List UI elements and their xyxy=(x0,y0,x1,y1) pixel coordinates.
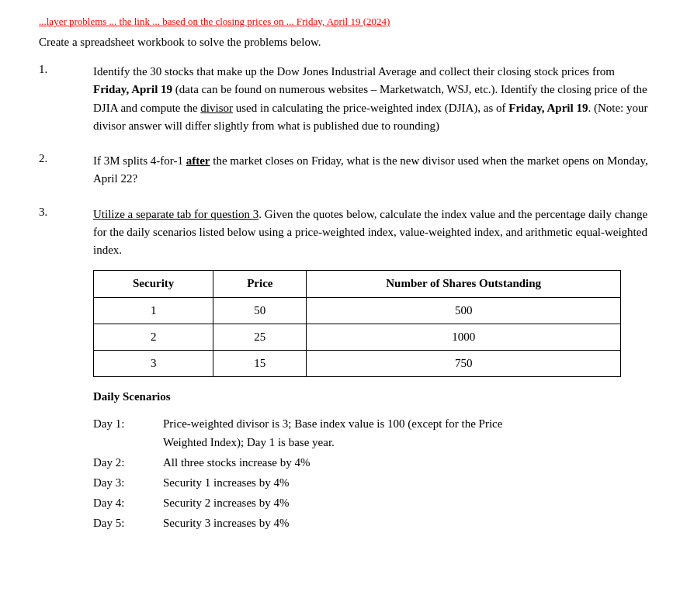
q3-table: Security Price Number of Shares Outstand… xyxy=(93,270,621,377)
day-3-desc: Security 1 increases by 4% xyxy=(163,473,648,492)
col-price: Price xyxy=(213,271,307,297)
cell-security-2: 2 xyxy=(94,324,213,350)
q1-bold-date2: Friday, April 19 xyxy=(508,102,588,114)
table-row: 1 50 500 xyxy=(94,297,621,324)
day-5-desc: Security 3 increases by 4% xyxy=(163,514,648,532)
cell-shares-2: 1000 xyxy=(307,324,621,350)
question-3-body: Utilize a separate tab for question 3. G… xyxy=(93,206,648,532)
day-4-desc: Security 2 increases by 4% xyxy=(163,493,648,512)
day-3-label: Day 3: xyxy=(93,473,163,492)
day-2-label: Day 2: xyxy=(93,453,163,472)
cell-security-1: 1 xyxy=(94,297,213,324)
question-2-body: If 3M splits 4-for-1 after the market cl… xyxy=(93,152,648,189)
daily-scenarios-section: Daily Scenarios Day 1: Price-weighted di… xyxy=(93,388,648,531)
cell-security-3: 3 xyxy=(94,351,213,377)
question-2: 2. If 3M splits 4-for-1 after the market… xyxy=(39,152,648,189)
question-1-number: 1. xyxy=(39,63,93,76)
q2-bold-after: after xyxy=(186,154,210,167)
top-link[interactable]: ...layer problems ... the link ... based… xyxy=(39,16,648,28)
q3-table-container: Security Price Number of Shares Outstand… xyxy=(93,270,648,377)
col-shares: Number of Shares Outstanding xyxy=(307,271,621,297)
table-row: 3 15 750 xyxy=(94,351,621,377)
day-1-label: Day 1: xyxy=(93,414,163,452)
day-1-desc: Price-weighted divisor is 3; Base index … xyxy=(163,414,648,452)
day-5-label: Day 5: xyxy=(93,514,163,532)
table-row: 2 25 1000 xyxy=(94,324,621,350)
day-4-label: Day 4: xyxy=(93,493,163,512)
cell-price-1: 50 xyxy=(213,297,307,324)
question-1: 1. Identify the 30 stocks that make up t… xyxy=(39,63,648,135)
day-2-desc: All three stocks increase by 4% xyxy=(163,453,648,472)
question-1-body: Identify the 30 stocks that make up the … xyxy=(93,63,648,135)
q1-bold-date1: Friday, April 19 xyxy=(93,83,172,95)
question-3: 3. Utilize a separate tab for question 3… xyxy=(39,206,648,532)
q1-underline-divisor: divisor xyxy=(200,102,233,114)
q3-underline-intro: Utilize a separate tab for question 3 xyxy=(93,208,258,220)
cell-price-3: 15 xyxy=(213,351,307,377)
col-security: Security xyxy=(94,271,213,297)
cell-shares-1: 500 xyxy=(307,297,621,324)
question-2-number: 2. xyxy=(39,152,93,165)
daily-scenarios-title: Daily Scenarios xyxy=(93,388,648,406)
question-3-number: 3. xyxy=(39,206,93,219)
cell-shares-3: 750 xyxy=(307,351,621,377)
intro-text: Create a spreadsheet workbook to solve t… xyxy=(39,36,648,49)
cell-price-2: 25 xyxy=(213,324,307,350)
daily-grid: Day 1: Price-weighted divisor is 3; Base… xyxy=(93,414,648,532)
